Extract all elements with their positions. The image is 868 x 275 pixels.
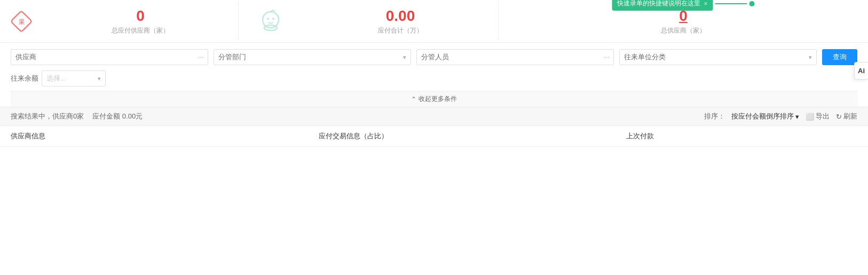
svg-point-4 xyxy=(267,18,269,20)
stat-payable-suppliers-label: 总应付供应商（家） xyxy=(112,26,169,35)
tooltip-dot xyxy=(749,1,755,6)
stat-total-payable-suppliers: 0 总应付供应商（家） xyxy=(43,2,239,41)
refresh-button[interactable]: ↻ 刷新 xyxy=(836,112,857,121)
supplier-input[interactable] xyxy=(40,53,198,61)
amount-filter[interactable]: 往来余额 选择... ▾ xyxy=(11,70,106,87)
tooltip-line xyxy=(715,3,747,4)
collapse-bar: ⌃ 收起更多条件 xyxy=(11,91,857,107)
amount-select[interactable]: 选择... ▾ xyxy=(42,70,106,87)
search-result-text: 搜索结果中，供应商0家 xyxy=(11,112,84,121)
amount-arrow-icon: ▾ xyxy=(98,75,101,82)
person-label: 分管人员 xyxy=(421,52,449,62)
amount-select-placeholder: 选择... xyxy=(46,74,98,83)
collapse-text: 收起更多条件 xyxy=(419,95,457,104)
col-header-supplier-info: 供应商信息 xyxy=(11,131,319,141)
svg-text:采: 采 xyxy=(19,19,25,25)
sort-value: 按应付会额倒序排序 xyxy=(731,112,794,121)
amount-label: 往来余额 xyxy=(11,74,38,83)
collapse-icon: ⌃ xyxy=(411,96,416,103)
supplier-filter[interactable]: 供应商 ··· xyxy=(11,49,208,65)
filter-row-1: 供应商 ··· 分管部门 ▾ 分管人员 ··· 往来单位分类 ▾ 查询 xyxy=(11,49,857,65)
payable-amount-text: 应付金额 0.00元 xyxy=(92,112,143,121)
table-header: 供应商信息 应付交易信息（占比） 上次付款 xyxy=(0,126,868,147)
refresh-icon: ↻ xyxy=(836,113,842,121)
stat-payable-total-number: 0.00 xyxy=(386,7,415,25)
tooltip-close-icon[interactable]: × xyxy=(704,0,707,7)
result-actions: 排序： 按应付会额倒序排序 ▾ ⬜ 导出 ↻ 刷新 xyxy=(704,112,857,121)
dept-filter[interactable]: 分管部门 ▾ xyxy=(214,49,411,65)
svg-point-5 xyxy=(272,18,274,20)
filter-area: 供应商 ··· 分管部门 ▾ 分管人员 ··· 往来单位分类 ▾ 查询 往来余额 xyxy=(0,43,868,107)
supplier-dots-icon[interactable]: ··· xyxy=(198,53,203,61)
export-label: 导出 xyxy=(816,112,830,121)
category-label: 往来单位分类 xyxy=(624,52,666,62)
refresh-label: 刷新 xyxy=(843,112,857,121)
export-icon: ⬜ xyxy=(806,113,814,121)
dept-arrow-icon: ▾ xyxy=(403,54,406,61)
stat-payable-total-label: 应付合计（万） xyxy=(378,26,423,35)
stat-total-suppliers: 快速录单的快捷键说明在这里 × 0 总供应商（家） xyxy=(499,2,868,41)
tooltip-area: 快速录单的快捷键说明在这里 × xyxy=(612,0,754,11)
center-icon-block xyxy=(239,8,303,35)
sort-arrow-icon: ▾ xyxy=(795,113,799,121)
top-stats-bar: 采 0 总应付供应商（家） 0.00 应付合计（万） 快速录单的快捷键说明在这里… xyxy=(0,0,868,43)
person-dots-icon[interactable]: ··· xyxy=(604,53,609,61)
stat-total-suppliers-label: 总供应商（家） xyxy=(661,26,706,35)
logo-block: 采 xyxy=(0,10,43,33)
result-summary: 搜索结果中，供应商0家 应付金额 0.00元 xyxy=(11,112,143,121)
query-button[interactable]: 查询 xyxy=(822,49,857,65)
table-body xyxy=(0,147,868,275)
col-header-transaction: 应付交易信息（占比） xyxy=(319,131,627,141)
col-header-last-payment: 上次付款 xyxy=(626,131,857,141)
collapse-button[interactable]: ⌃ 收起更多条件 xyxy=(411,95,457,104)
result-bar: 搜索结果中，供应商0家 应付金额 0.00元 排序： 按应付会额倒序排序 ▾ ⬜… xyxy=(0,107,868,126)
tooltip-bubble: 快速录单的快捷键说明在这里 × xyxy=(612,0,713,11)
stat-payable-suppliers-number: 0 xyxy=(136,7,145,25)
sort-select[interactable]: 按应付会额倒序排序 ▾ xyxy=(731,112,799,121)
person-input[interactable] xyxy=(452,53,604,61)
category-arrow-icon: ▾ xyxy=(809,54,812,61)
export-button[interactable]: ⬜ 导出 xyxy=(806,112,830,121)
stat-payable-total: 0.00 应付合计（万） xyxy=(303,2,499,41)
person-filter[interactable]: 分管人员 ··· xyxy=(416,49,614,65)
ai-panel-button[interactable]: Ai xyxy=(854,62,868,80)
supplier-label: 供应商 xyxy=(15,52,36,62)
category-filter[interactable]: 往来单位分类 ▾ xyxy=(619,49,817,65)
tooltip-text: 快速录单的快捷键说明在这里 xyxy=(617,0,700,8)
sort-label: 排序： xyxy=(704,112,725,121)
dept-label: 分管部门 xyxy=(218,52,246,62)
filter-row-2: 往来余额 选择... ▾ xyxy=(11,70,857,87)
